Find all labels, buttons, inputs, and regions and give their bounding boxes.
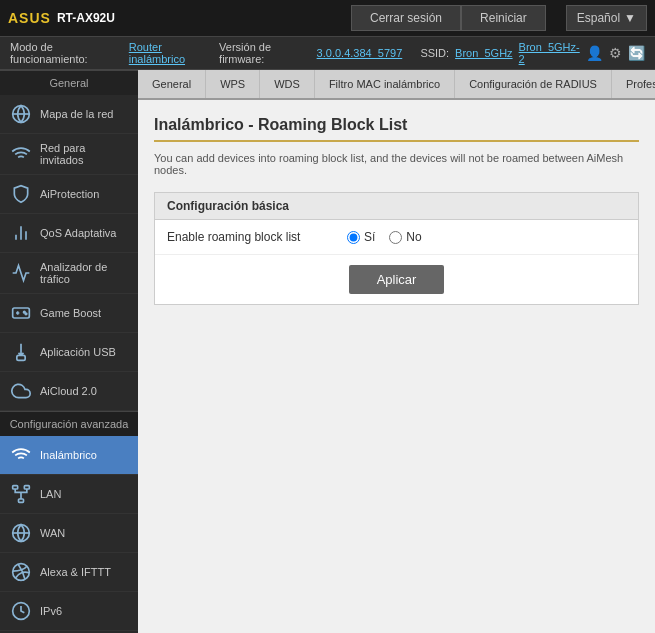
language-label: Español <box>577 11 620 25</box>
wifi-guest-icon <box>10 143 32 165</box>
wan-icon <box>10 522 32 544</box>
page-title: Inalámbrico - Roaming Block List <box>154 116 639 142</box>
shield-icon <box>10 183 32 205</box>
sidebar-item-traffic-analyzer[interactable]: Analizador de tráfico <box>0 253 138 294</box>
sidebar-item-aicloud[interactable]: AiCloud 2.0 <box>0 372 138 411</box>
wifi-icon <box>10 444 32 466</box>
sidebar-label-aiprotection: AiProtection <box>40 188 99 200</box>
page-content: Inalámbrico - Roaming Block List You can… <box>138 100 655 633</box>
main-layout: General Mapa de la red Red para invitado… <box>0 70 655 633</box>
ssid-2ghz[interactable]: Bron_5GHz <box>455 47 512 59</box>
user-icon: 👤 <box>586 45 603 61</box>
network-icon <box>10 483 32 505</box>
radio-no-input[interactable] <box>389 231 402 244</box>
sidebar-label-wan: WAN <box>40 527 65 539</box>
tab-bar: General WPS WDS Filtro MAC inalámbrico C… <box>138 70 655 100</box>
sidebar-item-alexa[interactable]: Alexa & IFTTT <box>0 553 138 592</box>
radio-yes-label: Sí <box>364 230 375 244</box>
globe-icon <box>10 103 32 125</box>
sidebar-item-lan[interactable]: LAN <box>0 475 138 514</box>
svg-rect-9 <box>17 355 25 360</box>
tab-wds[interactable]: WDS <box>260 70 315 98</box>
logo-asus: ASUS <box>8 10 51 26</box>
game-icon <box>10 302 32 324</box>
config-block-header: Configuración básica <box>155 193 638 220</box>
radio-yes-input[interactable] <box>347 231 360 244</box>
ssid-5ghz[interactable]: Bron_5GHz-2 <box>519 41 580 65</box>
svg-point-8 <box>25 313 27 315</box>
tab-professional[interactable]: Professional <box>612 70 655 98</box>
chevron-down-icon: ▼ <box>624 11 636 25</box>
sidebar-advanced-header: Configuración avanzada <box>0 411 138 436</box>
firmware-label: Versión de firmware: <box>219 41 311 65</box>
sidebar-label-guest-network: Red para invitados <box>40 142 128 166</box>
sidebar-label-qos: QoS Adaptativa <box>40 227 116 239</box>
sidebar-item-wan[interactable]: WAN <box>0 514 138 553</box>
apply-btn-row: Aplicar <box>155 255 638 304</box>
refresh-icon: 🔄 <box>628 45 645 61</box>
logout-button[interactable]: Cerrar sesión <box>351 5 461 31</box>
sidebar-label-usb-app: Aplicación USB <box>40 346 116 358</box>
alexa-icon <box>10 561 32 583</box>
sidebar-item-ipv6[interactable]: IPv6 <box>0 592 138 631</box>
top-buttons: Cerrar sesión Reiniciar Español ▼ <box>351 5 647 31</box>
sidebar-label-lan: LAN <box>40 488 61 500</box>
settings-icon: ⚙ <box>609 45 622 61</box>
radio-yes-option[interactable]: Sí <box>347 230 375 244</box>
restart-button[interactable]: Reiniciar <box>461 5 546 31</box>
firmware-value[interactable]: 3.0.0.4.384_5797 <box>317 47 403 59</box>
config-block: Configuración básica Enable roaming bloc… <box>154 192 639 305</box>
enable-roaming-row: Enable roaming block list Sí No <box>155 220 638 255</box>
usb-icon <box>10 341 32 363</box>
logo-area: ASUS RT-AX92U <box>8 10 115 26</box>
sidebar-label-game-boost: Game Boost <box>40 307 101 319</box>
svg-rect-11 <box>13 486 18 489</box>
status-bar: Modo de funcionamiento: Router inalámbri… <box>0 36 655 70</box>
radio-no-option[interactable]: No <box>389 230 421 244</box>
sidebar-label-wireless: Inalámbrico <box>40 449 97 461</box>
chart-icon <box>10 222 32 244</box>
sidebar-label-alexa: Alexa & IFTTT <box>40 566 111 578</box>
tab-general[interactable]: General <box>138 70 206 98</box>
sidebar-item-usb-app[interactable]: Aplicación USB <box>0 333 138 372</box>
sidebar: General Mapa de la red Red para invitado… <box>0 70 138 633</box>
sidebar-label-aicloud: AiCloud 2.0 <box>40 385 97 397</box>
sidebar-item-aiprotection[interactable]: AiProtection <box>0 175 138 214</box>
language-selector[interactable]: Español ▼ <box>566 5 647 31</box>
tab-radius[interactable]: Configuración de RADIUS <box>455 70 612 98</box>
mode-value[interactable]: Router inalámbrico <box>129 41 213 65</box>
top-bar: ASUS RT-AX92U Cerrar sesión Reiniciar Es… <box>0 0 655 36</box>
apply-button[interactable]: Aplicar <box>349 265 445 294</box>
enable-roaming-label: Enable roaming block list <box>167 230 327 244</box>
sidebar-item-guest-network[interactable]: Red para invitados <box>0 134 138 175</box>
sidebar-item-game-boost[interactable]: Game Boost <box>0 294 138 333</box>
sidebar-item-network-map[interactable]: Mapa de la red <box>0 95 138 134</box>
radio-group-roaming: Sí No <box>347 230 422 244</box>
stats-icon <box>10 262 32 284</box>
sidebar-item-qos[interactable]: QoS Adaptativa <box>0 214 138 253</box>
tab-wps[interactable]: WPS <box>206 70 260 98</box>
logo-model: RT-AX92U <box>57 11 115 25</box>
tab-mac-filter[interactable]: Filtro MAC inalámbrico <box>315 70 455 98</box>
radio-no-label: No <box>406 230 421 244</box>
sidebar-label-traffic-analyzer: Analizador de tráfico <box>40 261 128 285</box>
status-icons: 👤 ⚙ 🔄 <box>586 45 645 61</box>
sidebar-general-header: General <box>0 70 138 95</box>
sidebar-label-ipv6: IPv6 <box>40 605 62 617</box>
svg-rect-12 <box>24 486 29 489</box>
ipv6-icon <box>10 600 32 622</box>
content-area: General WPS WDS Filtro MAC inalámbrico C… <box>138 70 655 633</box>
svg-rect-13 <box>19 499 24 502</box>
sidebar-item-wireless[interactable]: Inalámbrico <box>0 436 138 475</box>
sidebar-label-network-map: Mapa de la red <box>40 108 113 120</box>
ssid-label: SSID: <box>420 47 449 59</box>
page-description: You can add devices into roaming block l… <box>154 152 639 176</box>
mode-label: Modo de funcionamiento: <box>10 41 123 65</box>
cloud-icon <box>10 380 32 402</box>
